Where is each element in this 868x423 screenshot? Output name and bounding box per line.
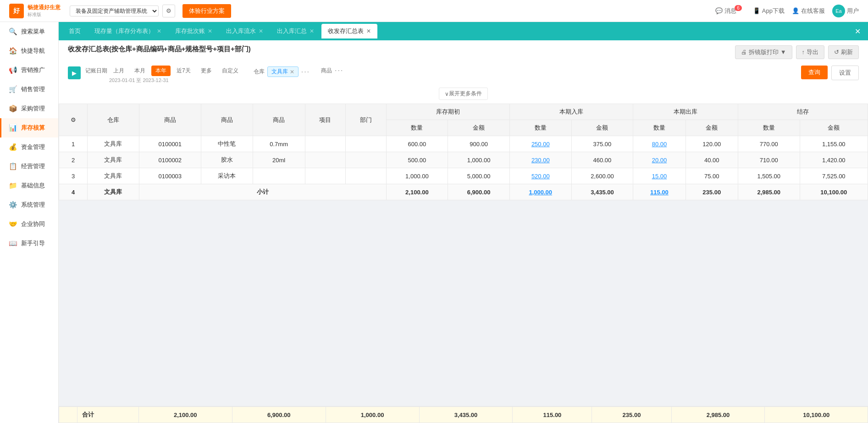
tab-close-1[interactable]: ✕ <box>157 28 161 34</box>
sidebar-label-purchase: 采购管理 <box>21 104 45 113</box>
subtotal-in-qty[interactable]: 1,000.00 <box>509 184 571 200</box>
tab-label-2: 库存批次账 <box>175 27 205 35</box>
page-header-section: 收发存汇总表(按仓库+商品编码+商品+规格型号+项目+部门) 🖨 拆镜版打印 ▼… <box>59 40 868 59</box>
date-btn-本年[interactable]: 本年 <box>151 66 171 76</box>
cell-goods-code: 0100001 <box>139 136 201 152</box>
date-btn-本月[interactable]: 本月 <box>130 66 149 76</box>
cell-project <box>305 136 345 152</box>
filter-expand-arrow[interactable]: ▶ <box>68 66 81 79</box>
goods-more-dots[interactable]: ··· <box>335 66 343 75</box>
query-button[interactable]: 查询 <box>801 66 828 79</box>
tab-4[interactable]: 出入库汇总✕ <box>271 24 321 38</box>
sidebar-item-quick-nav[interactable]: 🏠快捷导航 <box>0 41 58 60</box>
subtotal-no: 4 <box>59 184 88 200</box>
cell-goods-name: 中性笔 <box>201 136 253 152</box>
cell-closing-qty: 770.00 <box>738 136 800 152</box>
cell-out-qty[interactable]: 80.00 <box>633 136 686 152</box>
cell-in-qty[interactable]: 520.00 <box>509 168 571 184</box>
tab-close-3[interactable]: ✕ <box>259 28 263 34</box>
warehouse-more-dots[interactable]: ··· <box>301 68 310 76</box>
subtotal-row: 4 文具库 小计 2,100.00 6,900.00 1,000.00 3,43… <box>59 184 868 200</box>
message-action[interactable]: 💬 消息 6 <box>715 7 746 15</box>
tab-0[interactable]: 首页 <box>62 24 87 38</box>
th-opening-amt: 金额 <box>448 120 510 136</box>
print-chevron: ▼ <box>780 49 786 55</box>
th-department: 部门 <box>346 104 386 136</box>
sidebar-item-search[interactable]: 🔍搜索菜单 <box>0 22 58 41</box>
experience-button[interactable]: 体验行业方案 <box>182 4 231 18</box>
export-button[interactable]: ↑ 导出 <box>796 45 825 59</box>
table-wrapper: ⚙ 仓库 商品 商品 商品 项目 部门 库存期初 本期入库 本期出库 结存 <box>59 104 868 406</box>
sidebar-item-inventory[interactable]: 📊库存核算 <box>0 118 58 137</box>
sidebar-item-operations[interactable]: 📋经营管理 <box>0 157 58 176</box>
tab-close-4[interactable]: ✕ <box>310 28 314 34</box>
tab-close-2[interactable]: ✕ <box>208 28 212 34</box>
sidebar-item-sales[interactable]: 🛒销售管理 <box>0 80 58 99</box>
tab-1[interactable]: 现存量（库存分布表）✕ <box>88 24 168 38</box>
th-goods-spec: 商品 <box>253 104 305 136</box>
print-button[interactable]: 🖨 拆镜版打印 ▼ <box>735 45 792 59</box>
tab-close-5[interactable]: ✕ <box>366 28 371 34</box>
date-filter-label: 记账日期 <box>85 67 107 75</box>
filter-settings-button[interactable]: 设置 <box>831 66 859 80</box>
system-selector: 装备及固定资产辅助管理系统 ⚙ 体验行业方案 <box>70 4 231 18</box>
sidebar-label-marketing: 营销推广 <box>21 66 45 74</box>
th-settings[interactable]: ⚙ <box>59 104 88 136</box>
warehouse-tag[interactable]: 文具库 ✕ <box>267 66 299 77</box>
tabs-container: 首页现存量（库存分布表）✕库存批次账✕出入库流水✕出入库汇总✕收发存汇总表✕ <box>62 24 378 38</box>
date-btn-自定义[interactable]: 自定义 <box>218 66 243 76</box>
sidebar-item-marketing[interactable]: 📢营销推广 <box>0 60 58 80</box>
tab-3[interactable]: 出入库流水✕ <box>220 24 270 38</box>
refresh-button[interactable]: ↺ 刷新 <box>828 45 859 59</box>
sidebar-label-guide: 新手引导 <box>21 239 45 247</box>
cell-opening-amt: 900.00 <box>448 136 510 152</box>
tab-5[interactable]: 收发存汇总表✕ <box>321 24 377 38</box>
sidebar-item-basic[interactable]: 📁基础信息 <box>0 176 58 195</box>
sidebar-label-finance: 资金管理 <box>21 143 45 151</box>
cell-opening-amt: 1,000.00 <box>448 152 510 168</box>
cell-in-amt: 2,600.00 <box>571 168 633 184</box>
user-avatar: Ea <box>832 5 845 17</box>
sidebar-item-guide[interactable]: 📖新手引导 <box>0 234 58 253</box>
tab-bar: 首页现存量（库存分布表）✕库存批次账✕出入库流水✕出入库汇总✕收发存汇总表✕ ✕ <box>59 22 868 40</box>
system-select[interactable]: 装备及固定资产辅助管理系统 <box>70 5 159 16</box>
th-goods-name: 商品 <box>201 104 253 136</box>
sidebar-item-enterprise[interactable]: 🤝企业协同 <box>0 214 58 234</box>
sidebar-item-system[interactable]: ⚙️系统管理 <box>0 195 58 214</box>
sidebar-item-purchase[interactable]: 📦采购管理 <box>0 99 58 118</box>
cell-out-qty[interactable]: 15.00 <box>633 168 686 184</box>
cell-out-qty[interactable]: 20.00 <box>633 152 686 168</box>
cell-in-qty[interactable]: 250.00 <box>509 136 571 152</box>
sidebar-item-finance[interactable]: 💰资金管理 <box>0 137 58 157</box>
date-btn-近7天[interactable]: 近7天 <box>172 66 195 76</box>
expand-conditions-btn[interactable]: ∨ 展开更多条件 <box>439 88 488 100</box>
cell-closing-amt: 1,155.00 <box>800 136 868 152</box>
sidebar-icon-marketing: 📢 <box>9 66 17 74</box>
total-closing-amt: 10,100.00 <box>765 407 868 423</box>
tab-bar-close[interactable]: ✕ <box>851 25 864 38</box>
online-service-action[interactable]: 👤 在线客服 <box>792 7 825 15</box>
app-download-action[interactable]: 📱 App下载 <box>753 7 785 15</box>
user-action[interactable]: Ea 用户 <box>832 5 859 17</box>
expand-chevron-icon: ∨ <box>445 91 449 97</box>
cell-closing-amt: 1,420.00 <box>800 152 868 168</box>
cell-goods-code: 0100002 <box>139 152 201 168</box>
tab-2[interactable]: 库存批次账✕ <box>169 24 219 38</box>
th-period-closing: 结存 <box>738 104 868 120</box>
sidebar-icon-basic: 📁 <box>9 181 17 190</box>
refresh-icon: ↺ <box>834 49 839 55</box>
date-btn-上月[interactable]: 上月 <box>109 66 128 76</box>
subtotal-out-qty[interactable]: 115.00 <box>633 184 686 200</box>
cell-department <box>346 136 386 152</box>
sidebar-label-system: 系统管理 <box>21 201 45 209</box>
online-service-label: 在线客服 <box>801 7 825 15</box>
filter-section: ▶ 记账日期 上月本月本年近7天更多自定义 2023-01-01 至 2023-… <box>59 59 868 104</box>
settings-icon[interactable]: ⚙ <box>162 5 175 17</box>
date-btn-更多[interactable]: 更多 <box>197 66 216 76</box>
cell-warehouse: 文具库 <box>88 152 139 168</box>
cell-in-qty[interactable]: 230.00 <box>509 152 571 168</box>
warehouse-remove-icon[interactable]: ✕ <box>290 69 294 75</box>
header-right: 💬 消息 6 📱 App下载 👤 在线客服 Ea 用户 <box>715 5 859 17</box>
th-opening-qty: 数量 <box>386 120 448 136</box>
cell-in-amt: 375.00 <box>571 136 633 152</box>
